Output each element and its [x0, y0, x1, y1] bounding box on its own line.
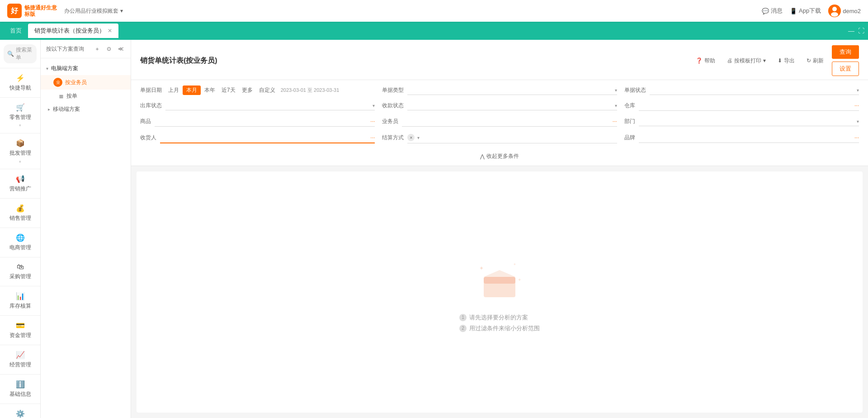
sidebar-item-ecommerce[interactable]: 🌐 电商管理: [0, 228, 40, 257]
warehouse-input[interactable]: ···: [639, 100, 859, 111]
purchase-icon: 🛍: [17, 263, 24, 271]
tab-bar: 首页 销货单统计表（按业务员） ✕ — ⛶: [0, 22, 868, 40]
brand-field: 品牌 ···: [624, 133, 859, 143]
date-tab-this-year[interactable]: 本年: [202, 86, 218, 95]
date-tabs: 上月 本月 本年 近7天 更多 自定义 2023-03-01 至 2023-03…: [165, 86, 339, 95]
date-tab-custom[interactable]: 自定义: [256, 86, 278, 95]
filter-row-4: 收货人 ··· 结算方式 × ▾ 品牌: [140, 132, 859, 143]
sidebar-item-inventory[interactable]: 📊 库存核算: [0, 286, 40, 316]
wholesale-icon: 📦: [16, 139, 25, 147]
content-panel: 按以下方案查询 ＋ ⊙ ≪ ▾ 电脑端方案 业 按业务员: [41, 40, 868, 418]
finance-icon: 💳: [16, 321, 25, 330]
goods-input[interactable]: ···: [155, 116, 375, 127]
sidebar-item-basic-info[interactable]: ℹ️ 基础信息: [0, 375, 40, 404]
doc-type-input[interactable]: ▾: [407, 86, 617, 95]
ecommerce-icon: 🌐: [16, 233, 25, 242]
refresh-button[interactable]: ↻ 刷新: [803, 55, 827, 66]
payment-status-input[interactable]: ▾: [407, 101, 617, 110]
filter-left-header: 按以下方案查询 ＋ ⊙ ≪: [41, 40, 131, 58]
sidebar-item-finance[interactable]: 💳 资金管理: [0, 316, 40, 345]
sidebar-item-sales[interactable]: 💰 销售管理: [0, 199, 40, 228]
tab-minimize-icon[interactable]: —: [848, 27, 854, 34]
order-scheme-icon: ≣: [59, 93, 64, 100]
sidebar-item-purchase[interactable]: 🛍 采购管理: [0, 257, 40, 286]
brand-input[interactable]: ···: [639, 133, 859, 143]
top-nav-right: 💬 消息 📱 App下载 demo2: [762, 5, 861, 17]
svg-point-1: [831, 12, 838, 17]
goods-dots-icon[interactable]: ···: [370, 118, 375, 124]
breadcrumb-dropdown-icon[interactable]: ▾: [120, 8, 123, 14]
out-status-input[interactable]: ▾: [165, 101, 375, 110]
out-status-field: 出库状态 ▾: [140, 101, 375, 110]
user-menu[interactable]: demo2: [828, 5, 861, 17]
sidebar-item-quick-nav[interactable]: ⚡ 快捷导航: [0, 68, 40, 98]
date-tab-7days[interactable]: 近7天: [219, 86, 238, 95]
scheme-active-dot: 业: [53, 78, 62, 87]
warehouse-dots-icon[interactable]: ···: [854, 102, 859, 109]
settlement-input[interactable]: × ▾: [407, 132, 617, 143]
department-arrow-icon: ▾: [857, 119, 859, 124]
top-nav-left: 好 畅捷通好生意 标版 办公用品行业模拟账套 ▾: [7, 4, 123, 18]
filter-row-2: 出库状态 ▾ 收款状态 ▾ 仓库: [140, 100, 859, 111]
scheme-by-salesperson[interactable]: 业 按业务员: [41, 75, 131, 90]
sidebar: 🔍 搜索菜单 ⚡ 快捷导航 🛒 零售管理 ▾ 📦 批发管理 ▴ 📢 营销推广 💰…: [0, 40, 41, 418]
salesperson-input[interactable]: ···: [402, 116, 617, 127]
quick-nav-icon: ⚡: [16, 74, 25, 82]
date-tab-this-month[interactable]: 本月: [183, 86, 201, 95]
query-button[interactable]: 查询: [832, 45, 859, 59]
scheme-by-order[interactable]: ≣ 按单: [41, 90, 131, 103]
empty-box-svg: ✦ ✦ ✦: [472, 252, 527, 306]
print-dropdown-icon: ▾: [763, 57, 766, 64]
recipient-input[interactable]: ···: [160, 133, 375, 143]
settings-button[interactable]: 设置: [832, 62, 859, 76]
tab-close-icon[interactable]: ✕: [108, 28, 112, 34]
app-download-btn[interactable]: 📱 App下载: [790, 7, 821, 15]
department-input[interactable]: ▾: [639, 117, 859, 126]
date-tab-last-month[interactable]: 上月: [165, 86, 182, 95]
doc-status-field: 单据状态 ▾: [624, 86, 859, 95]
retail-arrow-icon: ▾: [19, 123, 21, 128]
desktop-scheme-header[interactable]: ▾ 电脑端方案: [41, 62, 131, 75]
mobile-scheme-header[interactable]: ▸ 移动端方案: [41, 103, 131, 116]
svg-point-0: [832, 7, 837, 11]
tree-expand-icon: ▾: [46, 66, 48, 71]
collapse-panel-button[interactable]: ≪: [116, 44, 125, 53]
settlement-clear-icon[interactable]: ×: [407, 134, 415, 141]
sidebar-item-wholesale[interactable]: 📦 批发管理 ▴: [0, 133, 40, 169]
sidebar-item-operations[interactable]: 📈 经营管理: [0, 345, 40, 375]
date-tab-more[interactable]: 更多: [239, 86, 255, 95]
svg-marker-4: [484, 270, 515, 277]
sidebar-item-marketing[interactable]: 📢 营销推广: [0, 169, 40, 199]
tab-home[interactable]: 首页: [4, 24, 28, 38]
brand-dots-icon[interactable]: ···: [854, 134, 859, 141]
message-btn[interactable]: 💬 消息: [762, 7, 783, 15]
collapse-filters-button[interactable]: ⋀ 收起更多条件: [140, 149, 859, 160]
department-field: 部门 ▾: [624, 117, 859, 126]
svg-rect-3: [484, 277, 515, 284]
page-actions: ❓ 帮助 🖨 按模板打印 ▾ ⬇ 导出 ↻ 刷新: [692, 45, 859, 76]
doc-status-input[interactable]: ▾: [650, 86, 859, 95]
sidebar-search-input[interactable]: 🔍 搜索菜单: [4, 44, 37, 63]
recipient-field: 收货人 ···: [140, 133, 375, 143]
scheme-tree: ▾ 电脑端方案 业 按业务员 ≣ 按单 ▸ 移动端方案: [41, 58, 131, 119]
recipient-dots-icon[interactable]: ···: [370, 134, 375, 141]
filter-row-3: 商品 ··· 业务员 ··· 部门: [140, 116, 859, 127]
sidebar-item-system[interactable]: ⚙️ 系统管理: [0, 404, 40, 418]
out-status-arrow-icon: ▾: [373, 103, 375, 108]
add-scheme-button[interactable]: ＋: [93, 44, 102, 53]
edit-scheme-button[interactable]: ⊙: [104, 44, 113, 53]
filter-row-1: 单据日期 上月 本月 本年 近7天 更多 自定义 2023-03-01 至 20…: [140, 86, 859, 95]
retail-icon: 🛒: [16, 103, 25, 112]
help-button[interactable]: ❓ 帮助: [692, 55, 719, 66]
export-icon: ⬇: [778, 57, 782, 64]
export-button[interactable]: ⬇ 导出: [774, 55, 798, 66]
main-layout: 🔍 搜索菜单 ⚡ 快捷导航 🛒 零售管理 ▾ 📦 批发管理 ▴ 📢 营销推广 💰…: [0, 40, 868, 418]
doc-type-field: 单据类型 ▾: [382, 86, 617, 95]
svg-text:✦: ✦: [518, 277, 521, 282]
tab-sales-stats[interactable]: 销货单统计表（按业务员） ✕: [28, 24, 118, 38]
salesperson-dots-icon[interactable]: ···: [613, 118, 617, 124]
template-print-button[interactable]: 🖨 按模板打印 ▾: [723, 55, 769, 66]
tab-maximize-icon[interactable]: ⛶: [858, 27, 864, 34]
sidebar-item-retail[interactable]: 🛒 零售管理 ▾: [0, 98, 40, 133]
salesperson-field: 业务员 ···: [382, 116, 617, 127]
